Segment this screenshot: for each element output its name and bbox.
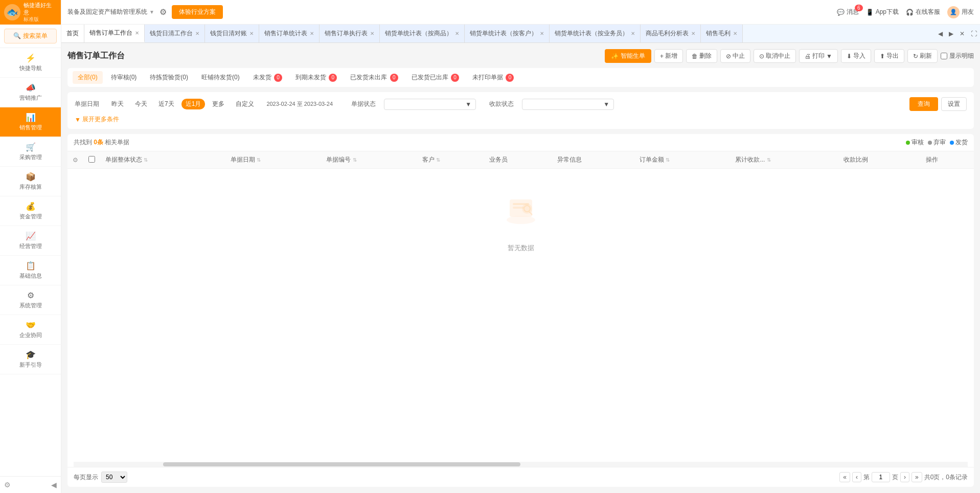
tab-close-icon[interactable]: ✕ (310, 31, 314, 36)
table-scroll[interactable]: ⚙ 单据整体状态 ⇅ 单据日期 ⇅ (67, 151, 974, 462)
tab-close-icon[interactable]: ✕ (370, 31, 374, 36)
import-button[interactable]: ⬇ 导入 (841, 49, 871, 63)
first-page-button[interactable]: « (839, 472, 850, 482)
sort-date-icon[interactable]: ⇅ (257, 157, 261, 163)
table-hscrollbar[interactable] (74, 462, 968, 467)
tab-home[interactable]: 首页 (61, 25, 84, 42)
user-menu-button[interactable]: 👤 用友 (947, 6, 974, 18)
tab-close-all-icon[interactable]: ✕ (956, 30, 968, 37)
subtab-overdue-not-shipped[interactable]: 到期未发货 0 (290, 71, 342, 84)
sidebar-item-system[interactable]: ⚙ 系统管理 (0, 285, 61, 315)
tab-close-icon[interactable]: ✕ (733, 31, 737, 36)
smart-create-button[interactable]: ✨ 智能生单 (605, 49, 651, 63)
show-detail-checkbox-label[interactable]: 显示明细 (941, 52, 974, 60)
tab-sales-stats-customer[interactable]: 销货单统计表（按客户） ✕ (465, 25, 550, 42)
date-yesterday-btn[interactable]: 昨天 (107, 99, 128, 109)
tab-cash-reconcile[interactable]: 钱货日清对账 ✕ (205, 25, 259, 42)
sidebar-item-sales[interactable]: 📊 销售管理 (0, 107, 61, 137)
date-7days-btn[interactable]: 近7天 (154, 99, 178, 109)
sort-number-icon[interactable]: ⇅ (353, 157, 357, 163)
sidebar-item-guide[interactable]: 🎓 新手引导 (0, 345, 61, 374)
subtab-shipped-not-out[interactable]: 已发货未出库 0 (345, 71, 403, 84)
page-size-select[interactable]: 20 50 100 (101, 472, 127, 483)
tab-next-icon[interactable]: ▶ (946, 30, 956, 37)
sidebar-item-operations[interactable]: 📈 经营管理 (0, 226, 61, 256)
unreview-action-button[interactable]: 弃审 (928, 138, 946, 147)
search-menu-button[interactable]: 🔍 搜索菜单 (4, 29, 57, 43)
tab-sales-profit[interactable]: 销售毛利 ✕ (701, 25, 743, 42)
select-all-checkbox[interactable] (88, 156, 95, 163)
subtab-all[interactable]: 全部(0) (73, 71, 103, 84)
export-button[interactable]: ⬆ 导出 (874, 49, 904, 63)
tab-close-icon[interactable]: ✕ (631, 31, 635, 36)
tab-sales-stats-product[interactable]: 销货单统计表（按商品） ✕ (380, 25, 465, 42)
delete-button[interactable]: 🗑 删除 (686, 49, 717, 63)
subtab-shipped-out[interactable]: 已发货已出库 0 (406, 71, 464, 84)
sort-status-icon[interactable]: ⇅ (144, 157, 148, 163)
table-hscroll-thumb[interactable] (163, 462, 521, 466)
tab-sales-order-stats[interactable]: 销售订单统计表 ✕ (259, 25, 320, 42)
sidebar-item-quick-nav[interactable]: ⚡ 快捷导航 (0, 48, 61, 78)
ship-action-button[interactable]: 发货 (950, 138, 968, 147)
status-filter-label: 单据状态 (351, 100, 376, 108)
sidebar-item-inventory[interactable]: 📦 库存核算 (0, 167, 61, 196)
filter-settings-button[interactable]: 设置 (941, 97, 967, 111)
query-button[interactable]: 查询 (909, 97, 938, 111)
sort-amount-icon[interactable]: ⇅ (666, 157, 670, 163)
expand-filter-button[interactable]: ▼ 展开更多条件 (75, 115, 119, 124)
sidebar-item-finance[interactable]: 💰 资金管理 (0, 196, 61, 226)
tab-sales-stats-staff[interactable]: 销货单统计表（按业务员） ✕ (550, 25, 641, 42)
last-page-button[interactable]: » (911, 472, 922, 482)
status-select[interactable]: ▼ (384, 99, 476, 110)
column-settings-cell[interactable]: ⚙ (67, 151, 83, 169)
subtab-not-printed[interactable]: 未打印单据 0 (467, 71, 519, 84)
messages-button[interactable]: 💬 消息 6 (837, 8, 859, 16)
tab-close-icon[interactable]: ✕ (135, 30, 139, 36)
solution-button[interactable]: 体验行业方案 (172, 5, 223, 19)
refresh-button[interactable]: ↻ 刷新 (907, 49, 938, 63)
subtab-wangpu[interactable]: 旺铺待发货(0) (196, 71, 245, 84)
tab-close-icon[interactable]: ✕ (195, 31, 199, 36)
page-number-input[interactable] (872, 472, 890, 482)
online-service-button[interactable]: 🎧 在线客服 (906, 8, 940, 16)
date-today-btn[interactable]: 今天 (131, 99, 151, 109)
sidebar-item-enterprise[interactable]: 🤝 企业协同 (0, 315, 61, 345)
sort-customer-icon[interactable]: ⇅ (436, 157, 440, 163)
tab-sales-order-workbench[interactable]: 销售订单工作台 ✕ (84, 25, 145, 42)
prev-page-button[interactable]: ‹ (852, 472, 861, 482)
tab-close-icon[interactable]: ✕ (249, 31, 254, 36)
tab-close-icon[interactable]: ✕ (691, 31, 695, 36)
subtab-pending-inspect[interactable]: 待拣货验货(0) (145, 71, 193, 84)
subtab-not-shipped[interactable]: 未发货 0 (248, 71, 287, 84)
topbar-settings-icon[interactable]: ⚙ (159, 7, 167, 17)
print-button[interactable]: 🖨 打印 ▼ (799, 49, 838, 63)
tab-sales-order-exec[interactable]: 销售订单执行表 ✕ (320, 25, 380, 42)
payment-select[interactable]: ▼ (522, 99, 614, 110)
next-page-button[interactable]: › (900, 472, 909, 482)
date-more-btn[interactable]: 更多 (208, 99, 229, 109)
sort-collected-icon[interactable]: ⇅ (767, 157, 771, 163)
review-action-button[interactable]: 审核 (906, 138, 924, 147)
subtab-badge: 0 (390, 74, 398, 82)
date-1month-btn[interactable]: 近1月 (181, 99, 206, 109)
sidebar-item-marketing[interactable]: 📣 营销推广 (0, 78, 61, 107)
tab-product-margin[interactable]: 商品毛利分析表 ✕ (641, 25, 701, 42)
tab-close-icon[interactable]: ✕ (455, 31, 459, 36)
cancel-stop-button[interactable]: ⊙ 取消中止 (754, 49, 796, 63)
select-all-cell[interactable] (83, 151, 100, 169)
tab-prev-icon[interactable]: ◀ (935, 30, 946, 37)
tab-expand-icon[interactable]: ⛶ (968, 30, 980, 37)
app-download-button[interactable]: 📱 App下载 (866, 8, 899, 16)
stop-button[interactable]: ⊘ 中止 (720, 49, 750, 63)
sidebar-settings-icon[interactable]: ⚙ (4, 481, 11, 489)
tab-cash-daily[interactable]: 钱货日清工作台 ✕ (145, 25, 205, 42)
show-detail-checkbox[interactable] (941, 53, 947, 59)
sidebar-item-purchase[interactable]: 🛒 采购管理 (0, 137, 61, 167)
sidebar-collapse-icon[interactable]: ◀ (51, 481, 57, 489)
subtab-pending-review[interactable]: 待审核(0) (106, 71, 142, 84)
sidebar-item-basic-info[interactable]: 📋 基础信息 (0, 256, 61, 285)
date-custom-btn[interactable]: 自定义 (232, 99, 258, 109)
tab-close-icon[interactable]: ✕ (540, 31, 544, 36)
system-title-dropdown[interactable]: 装备及固定资产辅助管理系统 ▼ (67, 8, 154, 16)
add-button[interactable]: + 新增 (654, 49, 683, 63)
